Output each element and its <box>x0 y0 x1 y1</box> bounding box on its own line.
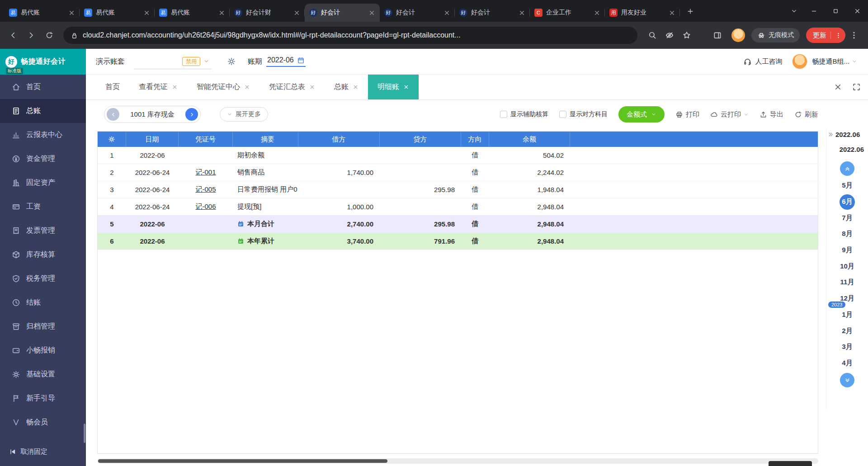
browser-tab[interactable]: 好好会计 <box>455 4 530 22</box>
timeline-scroll-up[interactable] <box>840 161 854 176</box>
timeline-month[interactable]: 11月 <box>826 274 868 291</box>
sidebar-item-asset[interactable]: 固定资产 <box>0 171 86 195</box>
column-header-settings[interactable] <box>98 132 126 147</box>
tab-close-icon[interactable] <box>594 9 600 16</box>
period-picker[interactable]: 2022-06 <box>266 56 306 67</box>
forward-button[interactable] <box>24 28 39 43</box>
address-bar[interactable]: cloud2.chanjet.com/accounting/uh26t264j5… <box>63 27 637 44</box>
close-all-icon[interactable] <box>834 83 842 91</box>
browser-tab[interactable]: 易易代账 <box>5 4 80 22</box>
sidebar-item-chart[interactable]: 云报表中心 <box>0 123 86 147</box>
reload-button[interactable] <box>42 28 57 43</box>
show-aux-checkbox[interactable]: 显示辅助核算 <box>500 110 548 118</box>
cloud-print-button[interactable]: 云打印 <box>710 110 749 119</box>
browser-tab[interactable]: 好好会计 <box>305 4 380 22</box>
user-menu[interactable]: 畅捷通B组... <box>812 57 857 66</box>
next-account-button[interactable] <box>185 108 198 121</box>
update-button[interactable]: 更新 <box>806 28 845 43</box>
sidebar-item-guide[interactable]: 新手引导 <box>0 386 86 410</box>
tab-close-icon[interactable] <box>68 9 75 16</box>
support-button[interactable]: 人工咨询 <box>743 57 782 66</box>
timeline-month[interactable]: 10月 <box>826 258 868 274</box>
print-button[interactable]: 打印 <box>675 110 699 119</box>
minimize-button[interactable] <box>803 0 825 22</box>
account-selector[interactable]: 1001 库存现金 <box>104 106 201 123</box>
horizontal-scrollbar[interactable] <box>97 458 818 464</box>
tab-close-icon[interactable] <box>293 9 300 16</box>
collapse-icon[interactable] <box>828 132 834 137</box>
sidebar-item-settle[interactable]: 结账 <box>0 291 86 315</box>
sidebar-item-ledger[interactable]: 总账 <box>0 99 86 123</box>
export-button[interactable]: 导出 <box>760 110 783 119</box>
tab-close-icon[interactable] <box>143 9 150 16</box>
tab-close-icon[interactable] <box>443 9 450 16</box>
tab-close-icon[interactable] <box>244 84 250 90</box>
timeline-month[interactable]: 4月 <box>826 355 868 372</box>
bookmark-star-icon[interactable] <box>682 31 691 40</box>
user-avatar[interactable] <box>792 54 807 69</box>
timeline-month[interactable]: 8月 <box>826 226 868 242</box>
browser-tab[interactable]: 用用友好业 <box>605 4 680 22</box>
table-row[interactable]: 32022-06-24记-005日常费用报销 用户0295.98借1,948.0… <box>98 181 818 198</box>
timeline-month[interactable]: 3月 <box>826 339 868 355</box>
sidebar-scrollbar[interactable] <box>84 424 85 443</box>
sidebar-item-invoice[interactable]: 发票管理 <box>0 219 86 243</box>
page-tab[interactable]: 明细账 <box>368 75 419 99</box>
new-tab-button[interactable] <box>684 5 697 18</box>
expand-more-button[interactable]: 展开更多 <box>220 107 268 122</box>
sidebar-item-home[interactable]: 首页 <box>0 75 86 99</box>
table-row[interactable]: 52022-06本月合计2,740.00295.98借2,948.04 <box>98 216 818 233</box>
timeline-month[interactable]: 7月 <box>826 210 868 226</box>
search-icon[interactable] <box>648 31 657 40</box>
table-row[interactable]: 22022-06-24记-001销售商品1,740.00借2,244.02 <box>98 164 818 181</box>
timeline-month[interactable]: 2月 <box>826 323 868 339</box>
browser-tab[interactable]: 好好会计财 <box>230 4 305 22</box>
refresh-button[interactable]: 刷新 <box>794 110 818 119</box>
account-set-select[interactable]: 禁用 <box>134 54 212 69</box>
kebab-icon[interactable] <box>835 32 842 39</box>
timeline-month[interactable]: 6月 <box>826 194 868 210</box>
browser-tab[interactable]: 易易代账 <box>80 4 155 22</box>
page-tab[interactable]: 智能凭证中心 <box>187 75 259 99</box>
sidebar-item-reimburse[interactable]: 小畅报销 <box>0 339 86 362</box>
voucher-link[interactable]: 记-006 <box>195 202 216 211</box>
fullscreen-icon[interactable] <box>852 83 861 91</box>
page-tab[interactable]: 查看凭证 <box>129 75 187 99</box>
browser-tab[interactable]: 易易代账 <box>155 4 230 22</box>
show-counterpart-checkbox[interactable]: 显示对方科目 <box>559 110 608 118</box>
password-eye-icon[interactable] <box>665 31 674 40</box>
unpin-button[interactable]: 取消固定 <box>9 445 47 458</box>
voucher-link[interactable]: 记-005 <box>195 185 216 194</box>
timeline-month[interactable]: 5月 <box>826 178 868 194</box>
tab-close-icon[interactable] <box>172 84 178 90</box>
table-row[interactable]: 12022-06期初余额借504.02 <box>98 147 818 164</box>
table-row[interactable]: 62022-06本年累计3,740.00791.96借2,948.04 <box>98 233 818 250</box>
window-close-button[interactable] <box>846 0 868 22</box>
timeline-scroll-down[interactable] <box>840 373 854 387</box>
voucher-link[interactable]: 记-001 <box>195 168 216 177</box>
side-panel-icon[interactable] <box>713 31 722 40</box>
browser-tab[interactable]: 好好会计 <box>380 4 455 22</box>
checkbox[interactable] <box>500 111 507 118</box>
tab-close-icon[interactable] <box>309 84 315 90</box>
sidebar-item-fund[interactable]: 资金管理 <box>0 147 86 171</box>
tab-close-icon[interactable] <box>218 9 225 16</box>
page-tab[interactable]: 首页 <box>96 75 129 99</box>
sidebar-item-member[interactable]: 畅会员 <box>0 410 86 434</box>
sidebar-item-settings[interactable]: 基础设置 <box>0 362 86 386</box>
tab-close-icon[interactable] <box>368 9 375 16</box>
sidebar-item-inventory[interactable]: 库存核算 <box>0 243 86 267</box>
sidebar-item-tax[interactable]: 税务管理 <box>0 267 86 291</box>
back-button[interactable] <box>5 28 21 43</box>
sidebar-item-archive[interactable]: 归档管理 <box>0 315 86 339</box>
prev-account-button[interactable] <box>107 108 119 121</box>
tab-search-button[interactable] <box>785 0 803 22</box>
page-tab[interactable]: 总账 <box>325 75 368 99</box>
tab-close-icon[interactable] <box>403 84 409 90</box>
timeline-month[interactable]: 1月 <box>826 307 868 323</box>
scrollbar-thumb[interactable] <box>98 459 387 463</box>
page-tab[interactable]: 凭证汇总表 <box>259 75 325 99</box>
tab-close-icon[interactable] <box>353 84 359 90</box>
timeline-month[interactable]: 9月 <box>826 242 868 259</box>
browser-tab[interactable]: C企业工作 <box>530 4 605 22</box>
